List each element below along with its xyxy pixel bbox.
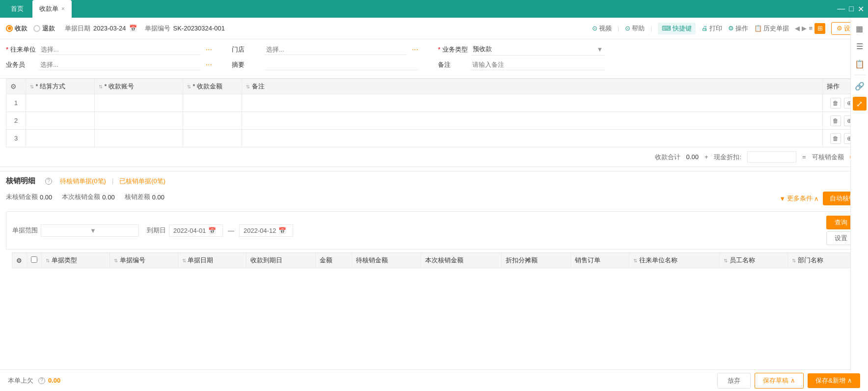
- calendar-icon[interactable]: 📅: [129, 25, 137, 32]
- salesman-field: 业务员 ···: [6, 59, 212, 70]
- row-1-delete-icon[interactable]: 🗑: [830, 98, 841, 109]
- row-2-remark[interactable]: [242, 112, 823, 130]
- save-draft-arrow-icon[interactable]: ∧: [790, 377, 795, 384]
- verify-info-icon[interactable]: ?: [45, 178, 52, 185]
- sort-remark-icon[interactable]: ⇅: [246, 84, 250, 89]
- business-type-select[interactable]: 预收款 ▼: [471, 43, 605, 56]
- rp-clip-icon[interactable]: 📋: [853, 57, 867, 71]
- bottom-info-value: 0.00: [48, 377, 60, 384]
- row-1-account[interactable]: [95, 94, 183, 112]
- discount-input[interactable]: [747, 151, 796, 163]
- save-new-btn[interactable]: 保存&新增 ∧: [808, 373, 860, 388]
- bottom-info-icon[interactable]: ?: [38, 377, 45, 384]
- row-2-amount[interactable]: [183, 112, 242, 130]
- row-1-settle[interactable]: [26, 94, 95, 112]
- radio-receive[interactable]: 收款: [6, 24, 27, 33]
- col-partner-header: ⇅ 往来单位名称: [629, 253, 720, 268]
- save-new-arrow-icon[interactable]: ∧: [847, 377, 852, 384]
- summary-input[interactable]: [264, 59, 418, 70]
- form-row-2: 业务员 ··· 摘要 备注: [6, 59, 862, 70]
- row-3-settle[interactable]: [26, 130, 95, 147]
- store-input[interactable]: [264, 44, 407, 55]
- window-maximize-icon[interactable]: □: [849, 4, 854, 13]
- right-panel: ▦ ☰ 📋 🔗 ⤢: [850, 18, 868, 371]
- video-btn[interactable]: ⊙ 视频: [592, 24, 612, 33]
- sort-date-icon[interactable]: ⇅: [182, 258, 186, 263]
- operation-icon: ⚙: [728, 25, 734, 32]
- sort-settle-icon[interactable]: ⇅: [30, 84, 34, 89]
- col-dept-header: ⇅ 部门名称: [787, 253, 856, 268]
- verify-stats-row: 未核销金额 0.00 本次核销金额 0.00 核销差额 0.00 ▼ 更多条件 …: [6, 190, 862, 207]
- counterparty-input[interactable]: [39, 44, 201, 55]
- help-icon: ⊙: [625, 25, 630, 32]
- abandon-btn[interactable]: 放弃: [717, 373, 751, 389]
- bottom-actions: 放弃 保存草稿 ∧ 保存&新增 ∧: [717, 373, 860, 389]
- tab-close-icon[interactable]: ×: [61, 5, 65, 12]
- tab-home[interactable]: 首页: [4, 0, 30, 18]
- expand-icon: ∧: [814, 195, 819, 202]
- row-2-account[interactable]: [95, 112, 183, 130]
- tab-receive[interactable]: 收款单 ×: [32, 0, 72, 18]
- sort-amount-icon[interactable]: ⇅: [187, 84, 191, 89]
- counterparty-more-icon[interactable]: ···: [206, 45, 212, 54]
- list-view-icon[interactable]: ≡: [809, 25, 813, 32]
- salesman-input[interactable]: [38, 59, 201, 70]
- counterparty-field: 往来单位 ···: [6, 44, 212, 55]
- chevron-down-icon: ▼: [597, 46, 603, 53]
- select-all-checkbox[interactable]: [31, 256, 37, 263]
- window-minimize-icon[interactable]: —: [837, 4, 845, 13]
- rp-table-icon[interactable]: ▦: [853, 22, 867, 35]
- col-discount-header: 折扣分摊额: [502, 253, 571, 268]
- print-btn[interactable]: 🖨 打印: [702, 24, 722, 33]
- row-1-amount[interactable]: [183, 94, 242, 112]
- row-3-account[interactable]: [95, 130, 183, 147]
- col-settings-header[interactable]: ⚙: [6, 79, 26, 94]
- filter-icon: ▼: [779, 195, 786, 202]
- save-draft-btn[interactable]: 保存草稿 ∧: [755, 373, 804, 389]
- store-field: 门店 ···: [232, 44, 418, 55]
- next-view-icon[interactable]: ▶: [802, 25, 807, 32]
- tab-pending[interactable]: 待核销单据(0笔): [60, 177, 106, 186]
- rp-expand-icon[interactable]: ⤢: [853, 97, 867, 111]
- diff-field: 核销差额 0.00: [125, 193, 164, 201]
- row-3-remark[interactable]: [242, 130, 823, 147]
- row-2-settle[interactable]: [26, 112, 95, 130]
- col-order-header: 销售订单: [571, 253, 629, 268]
- more-filter-btn[interactable]: ▼ 更多条件 ∧: [779, 194, 819, 203]
- sort-partner-icon[interactable]: ⇅: [633, 258, 637, 263]
- sort-number-icon[interactable]: ⇅: [114, 258, 118, 263]
- rp-list-icon[interactable]: ☰: [853, 39, 867, 53]
- sort-account-icon[interactable]: ⇅: [99, 84, 103, 89]
- store-more-icon[interactable]: ···: [412, 45, 418, 54]
- operation-btn[interactable]: ⚙ 操作: [728, 24, 748, 33]
- row-3-delete-icon[interactable]: 🗑: [830, 133, 841, 144]
- sort-type-icon[interactable]: ⇅: [46, 258, 50, 263]
- calendar-to-icon[interactable]: 📅: [278, 227, 286, 234]
- calendar-from-icon[interactable]: 📅: [208, 227, 216, 234]
- row-1-remark[interactable]: [242, 94, 823, 112]
- salesman-more-icon[interactable]: ···: [206, 60, 212, 69]
- date-from-input[interactable]: 2022-04-01 📅: [169, 224, 223, 237]
- radio-dot-receive: [6, 25, 13, 32]
- history-btn[interactable]: 📋 历史单据: [754, 24, 789, 33]
- date-to-input[interactable]: 2022-04-12 📅: [239, 224, 293, 237]
- rp-link-icon[interactable]: 🔗: [853, 79, 867, 93]
- radio-return[interactable]: 退款: [33, 24, 55, 33]
- col-amount-header: ⇅ * 收款金额: [183, 79, 242, 94]
- sort-staff-icon[interactable]: ⇅: [724, 258, 728, 263]
- grid-view-icon[interactable]: ⊞: [814, 23, 825, 34]
- help-btn[interactable]: ⊙ 帮助: [625, 24, 645, 33]
- filter-bar: 单据范围 ▼ 到期日 2022-04-01 📅 — 2022-04-12 📅: [6, 211, 862, 250]
- row-2-delete-icon[interactable]: 🗑: [830, 115, 841, 126]
- notes-input[interactable]: [470, 59, 605, 70]
- prev-view-icon[interactable]: ◀: [795, 25, 800, 32]
- tab-verified[interactable]: 已核销单据(0笔): [119, 177, 165, 186]
- row-3-amount[interactable]: [183, 130, 242, 147]
- window-close-icon[interactable]: ✕: [858, 4, 864, 14]
- table-settings-icon[interactable]: ⚙: [10, 83, 17, 90]
- form-row-1: 往来单位 ··· 门店 ··· 业务类型 预收款 ▼: [6, 43, 862, 56]
- range-select[interactable]: ▼: [41, 224, 139, 237]
- settings-icon-detail[interactable]: ⚙: [16, 257, 22, 264]
- sort-dept-icon[interactable]: ⇅: [792, 258, 796, 263]
- shortcut-btn[interactable]: ⌨ 快捷键: [658, 23, 696, 34]
